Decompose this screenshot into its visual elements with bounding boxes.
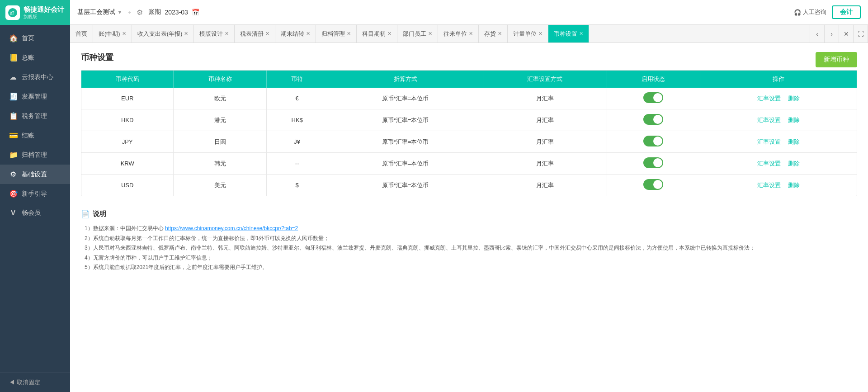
settings-icon: ⚙ [9,170,17,179]
cell-code: HKD [81,109,174,131]
sidebar-item-checkout[interactable]: 💳 结账 [0,126,70,145]
cell-rate-type: 月汇率 [483,88,607,109]
tab-prev-btn[interactable]: ‹ [810,25,825,43]
tab-subject-init[interactable]: 科目期初 ✕ [357,25,397,43]
tab-contacts[interactable]: 往来单位 ✕ [438,25,479,43]
tab-next-btn[interactable]: › [825,25,839,43]
cloud-icon: ☁ [9,73,17,81]
col-rate-type: 汇率设置方式 [483,71,607,88]
company-name[interactable]: 基层工会测试 ▼ [77,8,123,16]
tab-close-icon[interactable]: ✕ [387,31,392,37]
tab-template[interactable]: 模版设计 ✕ [194,25,235,43]
sidebar-item-label: 新手引导 [22,190,47,198]
currency-table-container: 币种代码 币种名称 币符 折算方式 汇率设置方式 启用状态 操作 EUR 欧元 … [81,70,857,196]
tab-close-icon[interactable]: ✕ [579,31,583,37]
archive-icon: 📁 [9,151,17,159]
toggle-enabled[interactable] [643,179,663,190]
tab-expand-btn[interactable]: ⛶ [854,25,868,43]
period-value: 2023-03 [165,9,188,16]
tab-close-icon[interactable]: ✕ [498,31,502,37]
rate-setting-link[interactable]: 汇率设置 [757,117,781,123]
sidebar-item-home[interactable]: 🏠 首页 [0,28,70,48]
cell-rate-type: 月汇率 [483,109,607,131]
header-separator: + [128,9,132,16]
sidebar-item-guide[interactable]: 🎯 新手引导 [0,184,70,203]
tab-label: 部门员工 [403,30,426,38]
col-method: 折算方式 [328,71,483,88]
toggle-enabled[interactable] [643,136,663,146]
col-action: 操作 [700,71,857,88]
tab-close-icon[interactable]: ✕ [225,31,229,37]
delete-link[interactable]: 删除 [788,182,800,189]
cell-code: JPY [81,131,174,153]
notes-title-text: 说明 [93,210,106,218]
cell-code: USD [81,175,174,196]
toggle-knob [653,93,662,102]
table-row: JPY 日圆 J¥ 原币*汇率=本位币 月汇率 汇率设置 删除 [81,131,857,153]
tab-close-icon[interactable]: ✕ [428,31,432,37]
dropdown-icon[interactable]: ▼ [117,9,123,15]
table-row: KRW 韩元 -- 原币*汇率=本位币 月汇率 汇率设置 删除 [81,153,857,175]
sidebar-item-ledger[interactable]: 📒 总账 [0,48,70,67]
tab-unit[interactable]: 计量单位 ✕ [508,25,548,43]
rate-setting-link[interactable]: 汇率设置 [757,95,781,102]
tab-close-icon[interactable]: ✕ [306,31,310,37]
cell-name: 欧元 [174,88,266,109]
tab-close-icon[interactable]: ✕ [347,31,351,37]
tab-home[interactable]: 首页 [70,25,93,43]
sidebar-item-settings[interactable]: ⚙ 基础设置 [0,165,70,184]
tab-currency[interactable]: 币种设置 ✕ [548,25,589,43]
toggle-enabled[interactable] [643,92,663,103]
delete-link[interactable]: 删除 [788,117,800,123]
tab-label: 收入支出表(年报) [137,30,183,38]
period-label: 账期 [148,8,161,16]
tab-inventory[interactable]: 存货 ✕ [479,25,508,43]
sidebar-item-reports[interactable]: ☁ 云报表中心 [0,67,70,87]
tab-close-icon[interactable]: ✕ [122,31,126,37]
user-role-button[interactable]: 会计 [832,5,861,19]
app-version: 旗舰版 [24,14,64,20]
cell-symbol: -- [266,153,328,175]
cell-enabled [607,109,700,131]
sidebar-item-invoice[interactable]: 🧾 发票管理 [0,87,70,106]
checkout-icon: 💳 [9,131,17,140]
tab-close-icon[interactable]: ✕ [265,31,269,37]
toggle-enabled[interactable] [643,114,663,125]
tab-close-all-btn[interactable]: ✕ [839,25,854,43]
list-item: 5）系统只能自动抓取2021年度后的汇率，之前年度汇率需要用户手工维护。 [81,263,857,273]
tab-tax-table[interactable]: 税表清册 ✕ [235,25,275,43]
cell-method: 原币*汇率=本位币 [328,131,483,153]
delete-link[interactable]: 删除 [788,138,800,145]
new-currency-button[interactable]: 新增币种 [816,52,857,67]
rate-setting-link[interactable]: 汇率设置 [757,182,781,189]
rate-setting-link[interactable]: 汇率设置 [757,160,781,167]
cell-name: 日圆 [174,131,266,153]
content-area: 币种设置 币种代码 币种名称 币符 折算方式 汇率设置方式 启用状态 操作 [70,43,868,291]
sidebar-collapse-btn[interactable]: ◀ 取消固定 [0,373,70,392]
rate-setting-link[interactable]: 汇率设置 [757,138,781,145]
tab-close-icon[interactable]: ✕ [538,31,542,37]
gear-settings-icon[interactable]: ⚙ [137,8,143,17]
tab-archive[interactable]: 归档管理 ✕ [316,25,357,43]
tab-annual-report[interactable]: 收入支出表(年报) ✕ [132,25,194,43]
consult-btn[interactable]: 🎧 人工咨询 [794,8,826,16]
cell-rate-type: 月汇率 [483,131,607,153]
calendar-icon[interactable]: 📅 [192,9,199,16]
header: 基层工会测试 ▼ + ⚙ 账期 2023-03 📅 🎧 人工咨询 会计 [70,0,868,25]
tab-label: 归档管理 [321,30,345,38]
sidebar-item-tax[interactable]: 📋 税务管理 [0,106,70,126]
toggle-enabled[interactable] [643,157,663,168]
cell-name: 港元 [174,109,266,131]
tab-department[interactable]: 部门员工 ✕ [397,25,438,43]
tab-close-icon[interactable]: ✕ [469,31,473,37]
tab-close-icon[interactable]: ✕ [184,31,188,37]
table-body: EUR 欧元 € 原币*汇率=本位币 月汇率 汇率设置 删除 HKD 港元 HK… [81,88,857,196]
delete-link[interactable]: 删除 [788,95,800,102]
external-link[interactable]: https://www.chinamoney.com.cn/chinese/bk… [165,225,298,231]
delete-link[interactable]: 删除 [788,160,800,167]
sidebar-item-member[interactable]: V 畅会员 [0,203,70,222]
sidebar-item-archive[interactable]: 📁 归档管理 [0,145,70,165]
tab-midterm[interactable]: 账(中期) ✕ [93,25,132,43]
tab-period-close[interactable]: 期末结转 ✕ [275,25,316,43]
notes-title: 📄 说明 [81,210,857,218]
